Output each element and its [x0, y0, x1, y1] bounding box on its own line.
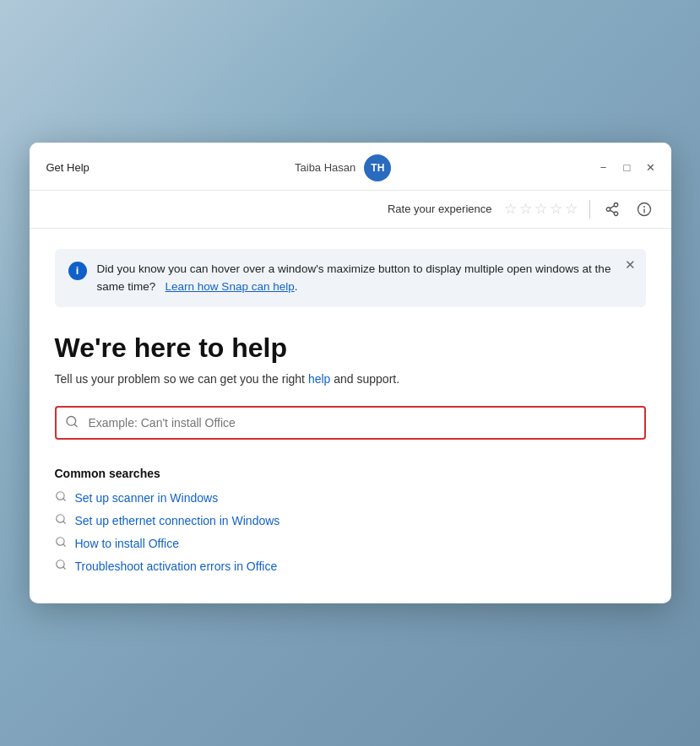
svg-line-17	[62, 567, 65, 570]
top-bar: Rate your experience ☆ ☆ ☆ ☆ ☆	[30, 191, 671, 229]
share-icon[interactable]	[602, 199, 622, 219]
svg-line-11	[62, 499, 65, 501]
banner-close-button[interactable]: ✕	[625, 257, 636, 273]
info-banner: i Did you know you can hover over a wind…	[55, 249, 646, 308]
star-4[interactable]: ☆	[550, 200, 562, 218]
star-1[interactable]: ☆	[504, 200, 517, 218]
main-content: i Did you know you can hover over a wind…	[30, 229, 671, 604]
divider	[589, 200, 590, 219]
list-item[interactable]: Set up scanner in Windows	[55, 490, 646, 505]
star-3[interactable]: ☆	[534, 200, 547, 218]
banner-text: Did you know you can hover over a window…	[97, 261, 632, 296]
app-title: Get Help	[46, 161, 90, 174]
svg-line-13	[62, 522, 65, 524]
svg-line-3	[610, 210, 614, 213]
main-heading: We're here to help	[55, 332, 646, 364]
search-input[interactable]	[55, 406, 646, 440]
search-item-icon	[55, 513, 67, 527]
maximize-button[interactable]: □	[621, 161, 634, 175]
search-item-icon	[55, 559, 67, 573]
snap-help-link[interactable]: Learn how Snap can help	[166, 280, 295, 293]
search-item-label: How to install Office	[75, 537, 179, 550]
list-item[interactable]: Troubleshoot activation errors in Office	[55, 559, 646, 573]
title-bar: Get Help Taiba Hasan TH − □ ✕	[30, 143, 671, 191]
search-item-label: Set up scanner in Windows	[75, 491, 219, 505]
star-rating[interactable]: ☆ ☆ ☆ ☆ ☆	[504, 200, 578, 218]
sub-heading: Tell us your problem so we can get you t…	[55, 372, 646, 386]
list-item[interactable]: How to install Office	[55, 536, 646, 550]
minimize-button[interactable]: −	[597, 161, 610, 175]
star-2[interactable]: ☆	[519, 200, 532, 218]
common-searches-list: Set up scanner in Windows Set up etherne…	[55, 490, 646, 573]
list-item[interactable]: Set up ethernet connection in Windows	[55, 513, 646, 527]
svg-line-15	[62, 544, 65, 547]
avatar: TH	[364, 154, 391, 181]
search-item-label: Set up ethernet connection in Windows	[75, 514, 280, 527]
search-item-label: Troubleshoot activation errors in Office	[75, 560, 278, 573]
user-area: Taiba Hasan TH	[295, 154, 391, 181]
svg-line-4	[610, 205, 614, 208]
window-controls: − □ ✕	[597, 161, 658, 175]
common-searches-label: Common searches	[55, 467, 646, 480]
common-searches-section: Common searches Set up scanner in Window…	[55, 467, 646, 573]
close-button[interactable]: ✕	[644, 161, 658, 175]
search-item-icon	[55, 490, 67, 505]
info-icon[interactable]	[634, 199, 654, 219]
banner-info-icon: i	[68, 262, 87, 280]
rate-label: Rate your experience	[388, 203, 492, 215]
username-label: Taiba Hasan	[295, 161, 355, 174]
star-5[interactable]: ☆	[565, 200, 578, 218]
search-container	[55, 406, 646, 440]
app-window: Get Help Taiba Hasan TH − □ ✕ Rate your …	[30, 143, 671, 604]
search-item-icon	[55, 536, 67, 550]
